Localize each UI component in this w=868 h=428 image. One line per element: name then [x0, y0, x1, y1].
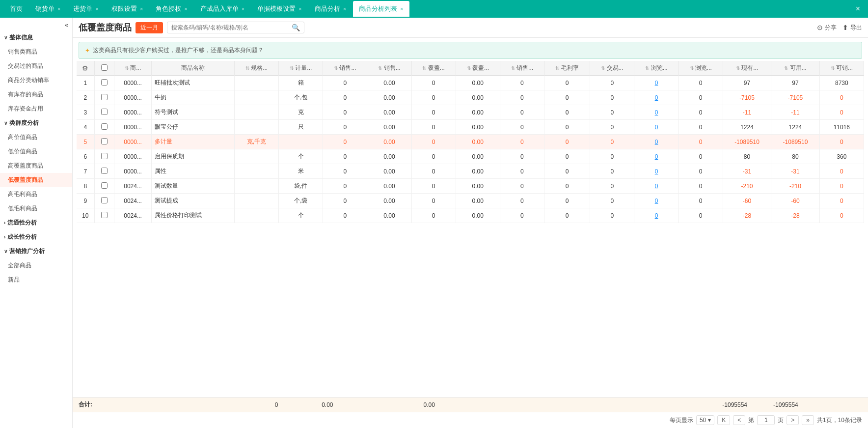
sidebar-item-stocked-goods[interactable]: 有库存的商品 — [0, 87, 72, 102]
nav-tab-home[interactable]: 首页 — [4, 1, 28, 17]
row-browse1[interactable]: 0 — [634, 194, 678, 208]
row-sales3: 0 — [500, 179, 544, 194]
col-name[interactable]: 商品名称 — [152, 61, 234, 76]
row-browse1[interactable]: 0 — [634, 208, 678, 223]
sidebar-item-low-profit[interactable]: 低毛利商品 — [0, 201, 72, 216]
row-checkbox[interactable] — [94, 179, 114, 194]
sidebar-item-low-coverage[interactable]: 低覆盖度商品 — [0, 173, 72, 187]
row-checkbox[interactable] — [94, 208, 114, 223]
sidebar-group-growth[interactable]: › 成长性分析 — [0, 230, 72, 244]
first-page-button[interactable]: K — [717, 415, 730, 425]
nav-tab-analysis[interactable]: 商品分析 × — [309, 1, 352, 17]
footer-cell-3 — [200, 401, 251, 408]
row-browse1[interactable]: 0 — [634, 135, 678, 149]
col-stock2[interactable]: ⇅ 可用... — [771, 61, 819, 76]
last-page-button[interactable]: » — [802, 415, 814, 425]
col-code[interactable]: ⇅ 商... — [114, 61, 152, 76]
col-stock1[interactable]: ⇅ 现有... — [723, 61, 771, 76]
row-browse1[interactable]: 0 — [634, 149, 678, 164]
col-trade[interactable]: ⇅ 交易... — [590, 61, 634, 76]
row-coverage2: 0.00 — [456, 164, 500, 179]
col-browse1[interactable]: ⇅ 浏览... — [634, 61, 678, 76]
time-filter-button[interactable]: 近一月 — [136, 22, 163, 33]
sidebar-item-low-value[interactable]: 低价值商品 — [0, 144, 72, 159]
row-browse1[interactable]: 0 — [634, 164, 678, 179]
nav-tab-products[interactable]: 产成品入库单 × — [194, 1, 250, 17]
row-browse1[interactable]: 0 — [634, 179, 678, 194]
col-stock3[interactable]: ⇅ 可销... — [819, 61, 864, 76]
nav-tab-roles[interactable]: 角色授权 × — [150, 1, 193, 17]
col-coverage1[interactable]: ⇅ 覆盖... — [411, 61, 456, 76]
sidebar-collapse-button[interactable]: « — [0, 20, 72, 30]
row-checkbox[interactable] — [94, 90, 114, 105]
export-button[interactable]: ⬆ 导出 — [842, 24, 862, 32]
row-browse1[interactable]: 0 — [634, 90, 678, 105]
sidebar-item-high-profit[interactable]: 高毛利商品 — [0, 187, 72, 201]
row-browse1[interactable]: 0 — [634, 120, 678, 135]
row-checkbox[interactable] — [94, 76, 114, 90]
nav-tab-purchase[interactable]: 进货单 × — [67, 1, 104, 17]
nav-tab-sales[interactable]: 销货单 × — [29, 1, 66, 17]
sidebar-item-traded-goods[interactable]: 交易过的商品 — [0, 59, 72, 73]
close-icon[interactable]: × — [95, 6, 98, 12]
sidebar-item-high-value[interactable]: 高价值商品 — [0, 130, 72, 144]
nav-tab-permissions[interactable]: 权限设置 × — [106, 1, 149, 17]
row-checkbox[interactable] — [94, 164, 114, 179]
search-input[interactable] — [171, 24, 290, 31]
prev-page-button[interactable]: < — [733, 415, 745, 425]
row-browse1[interactable]: 0 — [634, 76, 678, 90]
footer-cell-1 — [98, 401, 149, 408]
col-sales3[interactable]: ⇅ 销售... — [500, 61, 544, 76]
row-browse1[interactable]: 0 — [634, 105, 678, 120]
next-page-button[interactable]: > — [787, 415, 799, 425]
close-icon[interactable]: × — [184, 6, 187, 12]
col-checkbox[interactable] — [94, 61, 114, 76]
row-checkbox[interactable] — [94, 120, 114, 135]
sidebar-group-circulation[interactable]: › 流通性分析 — [0, 216, 72, 230]
col-coverage2[interactable]: ⇅ 覆盖... — [456, 61, 500, 76]
close-icon[interactable]: × — [140, 6, 143, 12]
search-icon[interactable]: 🔍 — [292, 24, 300, 31]
row-checkbox[interactable] — [94, 149, 114, 164]
close-all-tabs-button[interactable]: × — [852, 4, 864, 13]
close-icon[interactable]: × — [57, 6, 60, 12]
col-browse2[interactable]: ⇅ 浏览... — [678, 61, 723, 76]
col-settings[interactable]: ⚙ — [77, 61, 94, 76]
sidebar-group-marketing[interactable]: ∨ 营销推广分析 — [0, 244, 72, 258]
sidebar-item-inventory-capital[interactable]: 库存资金占用 — [0, 102, 72, 116]
sidebar-item-new-goods[interactable]: 新品 — [0, 273, 72, 287]
settings-icon[interactable]: ⚙ — [82, 64, 88, 72]
row-coverage1: 0 — [411, 76, 456, 90]
sidebar-group-cluster[interactable]: ∨ 类群度分析 — [0, 116, 72, 130]
row-checkbox[interactable] — [94, 105, 114, 120]
sidebar-item-all-goods[interactable]: 全部商品 — [0, 258, 72, 273]
page-number-input[interactable] — [757, 415, 775, 425]
sidebar-item-category-rate[interactable]: 商品分类动销率 — [0, 73, 72, 87]
row-coverage1: 0 — [411, 120, 456, 135]
close-icon[interactable]: × — [242, 6, 244, 12]
search-box[interactable]: 🔍 — [167, 22, 304, 33]
nav-tab-analysis-list[interactable]: 商品分析列表 × — [353, 1, 409, 17]
table-container[interactable]: ⚙ ⇅ 商... 商品名称 ⇅ 规格... ⇅ 计量. — [73, 61, 868, 397]
row-checkbox[interactable] — [94, 194, 114, 208]
select-all-checkbox[interactable] — [101, 64, 108, 71]
col-sales2[interactable]: ⇅ 销售... — [367, 61, 411, 76]
close-icon[interactable]: × — [298, 6, 301, 12]
col-sales1[interactable]: ⇅ 销售... — [323, 61, 367, 76]
table-row: 7 0000... 属性 米 0 0.00 0 0.00 0 0 0 0 0 -… — [77, 164, 864, 179]
sidebar-item-high-coverage[interactable]: 高覆盖度商品 — [0, 159, 72, 173]
nav-tab-templates[interactable]: 单据模板设置 × — [251, 1, 307, 17]
close-icon[interactable]: × — [343, 6, 346, 12]
share-button[interactable]: ⊙ 分享 — [817, 24, 837, 32]
close-icon[interactable]: × — [400, 6, 403, 12]
sidebar-group-overall[interactable]: ∨ 整体信息 — [0, 30, 72, 45]
footer-cell-s3 — [353, 401, 404, 408]
row-spec — [234, 105, 278, 120]
sidebar-item-sales-goods[interactable]: 销售类商品 — [0, 45, 72, 59]
col-gross-margin[interactable]: ⇅ 毛利率 — [544, 61, 590, 76]
per-page-select[interactable]: 50 ▾ — [696, 415, 714, 425]
col-spec[interactable]: ⇅ 规格... — [234, 61, 278, 76]
col-unit[interactable]: ⇅ 计量... — [279, 61, 323, 76]
row-checkbox[interactable] — [94, 135, 114, 149]
row-stock2: -7105 — [771, 90, 819, 105]
